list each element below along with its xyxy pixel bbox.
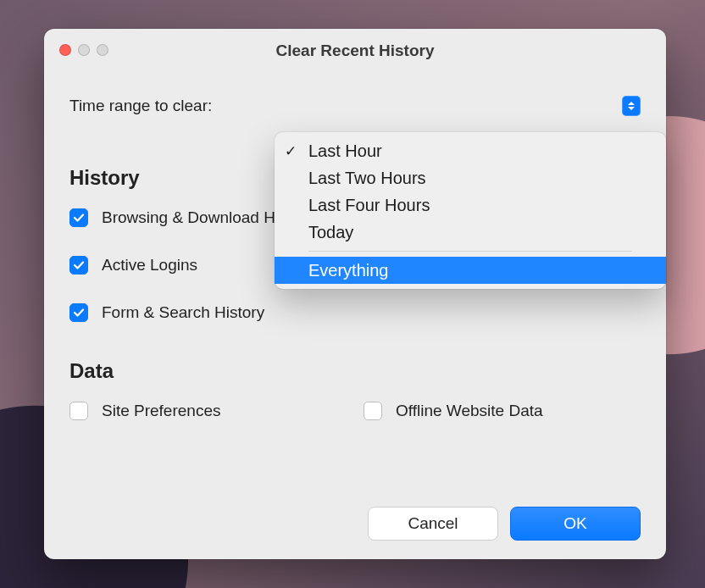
window-close-button[interactable]: [59, 44, 71, 56]
menu-item-label: Everything: [308, 261, 389, 280]
menu-item-label: Last Four Hours: [308, 196, 430, 215]
data-heading: Data: [69, 359, 641, 383]
menu-item-last-hour[interactable]: ✓ Last Hour: [275, 137, 666, 164]
ok-button[interactable]: OK: [510, 507, 641, 541]
window-title: Clear Recent History: [44, 42, 666, 60]
time-range-select[interactable]: [622, 96, 641, 116]
time-range-row: Time range to clear:: [69, 97, 641, 115]
checkbox-active-logins[interactable]: [69, 256, 88, 275]
data-options: Site Preferences Offline Website Data: [69, 402, 641, 420]
option-label: Form & Search History: [102, 303, 264, 322]
menu-item-label: Last Hour: [308, 141, 382, 161]
checkbox-offline-data[interactable]: [364, 402, 382, 420]
menu-item-everything[interactable]: Everything: [275, 257, 666, 284]
window-minimize-button[interactable]: [78, 44, 90, 56]
checkbox-form-search[interactable]: [69, 303, 88, 322]
option-label: Active Logins: [102, 256, 197, 275]
menu-separator: [308, 251, 632, 252]
check-icon: [73, 259, 85, 271]
menu-item-last-two-hours[interactable]: Last Two Hours: [275, 164, 666, 191]
menu-item-last-four-hours[interactable]: Last Four Hours: [275, 191, 666, 219]
option-label: Site Preferences: [102, 402, 220, 420]
traffic-lights: [59, 44, 108, 56]
option-site-preferences: Site Preferences: [69, 402, 347, 420]
check-icon: [73, 307, 85, 319]
checkbox-site-preferences[interactable]: [69, 402, 88, 420]
checkbox-browsing-history[interactable]: [69, 208, 88, 227]
cancel-button[interactable]: Cancel: [368, 507, 498, 541]
window-zoom-button[interactable]: [97, 44, 108, 56]
titlebar: Clear Recent History: [44, 29, 666, 73]
time-range-label: Time range to clear:: [69, 97, 212, 115]
dialog-buttons: Cancel OK: [368, 507, 641, 541]
dialog-window: Clear Recent History Time range to clear…: [44, 29, 666, 559]
option-offline-data: Offline Website Data: [364, 402, 641, 420]
option-label: Offline Website Data: [396, 402, 543, 420]
menu-item-today[interactable]: Today: [275, 219, 666, 246]
check-icon: [73, 212, 85, 224]
option-form-search: Form & Search History: [69, 303, 347, 322]
menu-item-label: Today: [308, 223, 353, 242]
time-range-menu: ✓ Last Hour Last Two Hours Last Four Hou…: [275, 132, 666, 289]
menu-item-label: Last Two Hours: [308, 169, 426, 188]
check-icon: ✓: [285, 142, 297, 160]
